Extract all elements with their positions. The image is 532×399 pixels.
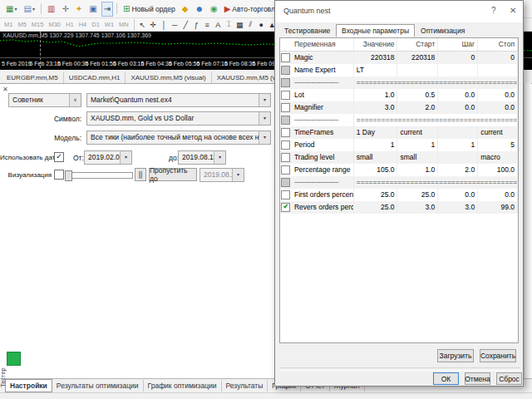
param-stop[interactable]: 0 [478,52,518,64]
param-step[interactable]: 2.0 [438,164,478,176]
chart-tab[interactable]: EURGBP.mm,M5 [2,72,64,83]
param-start[interactable]: 25.0 [397,189,438,201]
dialog-titlebar[interactable]: Quantum nest ? ✕ [275,1,523,22]
param-row[interactable]: ———————=================================… [280,114,518,126]
vertical-line-icon[interactable]: │ [159,21,170,29]
expert-selector[interactable]: Советник ∨ [8,93,81,107]
visualization-checkbox[interactable] [54,170,64,180]
param-value[interactable]: 220318 [354,52,398,64]
param-row[interactable]: Magnifier3.02.00.00.0 [280,101,518,114]
param-value[interactable]: 25.0 [354,201,398,214]
param-start[interactable] [397,64,438,76]
tester-tab-item[interactable]: График оптимизации [144,380,222,392]
expert-path-combo[interactable]: Market\Quantum nest.ex4 ▾ [86,93,271,107]
chart-profiles-button[interactable]: ▤▾ [21,2,37,17]
param-start[interactable]: 3.0 [397,201,438,214]
data-window-button[interactable]: ▣ [86,2,99,17]
param-stop[interactable]: 100.0 [478,164,518,176]
text-icon[interactable]: A [213,21,224,29]
param-stop[interactable]: 99.0 [478,201,518,214]
param-value[interactable]: LT [354,64,398,76]
channel-icon[interactable]: ≡ [202,21,213,29]
timeframe-m15-button[interactable]: M15 [30,20,46,29]
horizontal-line-icon[interactable]: ─ [170,21,180,29]
ellipse-icon[interactable]: ● [256,21,267,29]
param-start[interactable]: 220318 [397,52,438,64]
cancel-button[interactable]: Отмена [465,372,490,385]
crosshair-mode-button[interactable]: ✛ [59,2,71,17]
timeframe-h4-button[interactable]: H4 [77,20,89,29]
chevron-down-icon[interactable]: ▾ [259,112,270,125]
label-icon[interactable]: ⌶ [224,20,234,29]
param-checkbox[interactable] [281,53,290,62]
new-chart-button[interactable]: ▦▾ [3,2,19,17]
tester-vertical-tab[interactable]: Тестер [0,362,8,392]
chevron-down-icon[interactable]: ▾ [259,94,270,106]
param-value[interactable]: 1 [354,139,398,151]
skip-to-button[interactable]: Пропустить до [149,168,197,181]
hatch-icon[interactable]: ⫽ [245,20,256,29]
param-stop[interactable]: 0.0 [478,189,518,201]
model-combo[interactable]: Все тики (наиболее точный метод на основ… [86,131,271,145]
param-start[interactable]: current [397,126,438,139]
param-step[interactable]: 3.0 [438,201,478,214]
timeframe-h1-button[interactable]: H1 [64,20,76,29]
timeframe-m1-button[interactable]: M1 [2,20,14,29]
param-checkbox[interactable] [281,116,290,125]
expert-advisors-button[interactable]: ☻ [192,2,206,17]
param-checkbox[interactable] [281,66,290,75]
param-value[interactable]: small [354,151,398,164]
tester-tab-item[interactable]: Результаты оптимизации [52,380,144,392]
param-row[interactable]: Percentage range105.01.02.0100.0 [280,164,518,176]
param-checkbox[interactable] [281,178,290,187]
param-checkbox[interactable] [281,128,290,137]
timeframe-d1-button[interactable]: D1 [90,20,101,29]
param-checkbox[interactable] [281,103,290,112]
param-start[interactable]: 1 [397,139,438,151]
param-start[interactable]: 1.0 [397,164,438,176]
trendline-icon[interactable]: ╱ [180,21,191,29]
param-step[interactable]: 0.0 [438,189,478,201]
calendar-dropdown-icon[interactable]: ▾ [214,151,225,164]
chevron-down-icon[interactable]: ▾ [259,131,270,144]
skip-to-date-field[interactable]: 2019.08.21 ▾ [200,168,244,182]
param-row[interactable]: Lot1.00.50.00.0 [280,89,518,101]
param-start[interactable]: small [397,151,438,164]
param-stop[interactable]: 5 [478,139,518,151]
param-checkbox[interactable] [281,78,290,87]
use-date-checkbox[interactable]: ✓ [54,152,64,162]
param-row[interactable]: TimeFrames1 Daycurrentcurrent [280,126,518,139]
param-value[interactable]: 3.0 [354,101,398,114]
param-row[interactable]: Period1115 [280,139,518,151]
dialog-tab[interactable]: Тестирование [278,24,336,37]
timeframe-w1-button[interactable]: W1 [103,20,116,29]
tester-close-icon[interactable]: ✕ [2,86,8,93]
bar-chart-button[interactable]: ▥ [45,2,57,17]
param-step[interactable] [438,126,478,139]
timeframe-m5-button[interactable]: M5 [16,20,27,29]
scrollbar[interactable] [524,83,531,378]
param-stop[interactable]: 0.0 [478,89,518,101]
param-value[interactable]: 25.0 [354,189,398,201]
param-row[interactable]: Magic22031822031800 [280,52,518,64]
param-checkbox[interactable]: ✔ [281,203,290,212]
chevron-down-icon[interactable]: ∨ [69,94,81,106]
param-row[interactable]: Trading levelsmallsmallmacro [280,151,518,164]
param-stop[interactable] [478,64,518,76]
tester-tab-item[interactable]: Результаты [222,380,268,392]
chart-tab[interactable]: USDCAD.mm,H1 [64,72,126,83]
param-stop[interactable]: 0.0 [478,101,518,114]
indicators-button[interactable]: ◆ [180,2,191,17]
param-stop[interactable]: current [478,126,518,139]
timeframe-m30-button[interactable]: M30 [47,20,62,29]
help-icon[interactable]: ? [491,6,496,15]
param-row[interactable]: First orders percent range25.025.00.00.0 [280,189,518,201]
timeframe-mn-button[interactable]: MN [117,20,131,29]
param-row[interactable]: ✔Revers orders percent range25.03.03.099… [280,201,518,214]
save-button[interactable]: Сохранить [480,349,516,362]
param-value[interactable]: 1 Day [354,126,398,139]
news-button[interactable]: ◉ [208,2,220,17]
param-value[interactable]: 105.0 [354,164,398,176]
param-start[interactable]: 0.5 [397,89,438,101]
param-row[interactable]: ———————=================================… [280,76,518,89]
